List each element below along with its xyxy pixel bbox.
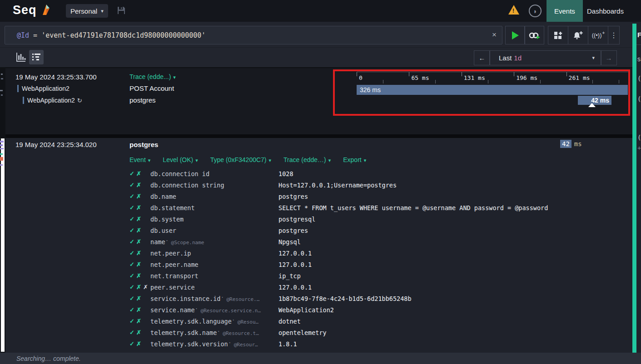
- property-name[interactable]: service.name: [150, 306, 195, 314]
- property-name[interactable]: db.connection_id: [150, 170, 209, 177]
- tab-dashboards[interactable]: Dashboards: [579, 0, 631, 22]
- more-options-icon[interactable]: ⋮: [608, 26, 619, 44]
- detail-menu[interactable]: Type (0xF34200C7)▾: [210, 156, 271, 163]
- property-name[interactable]: net.peer.name: [150, 261, 199, 268]
- property-name[interactable]: telemetry.sdk.language: [150, 318, 232, 325]
- timeline-tick: [566, 72, 567, 76]
- exclude-property-icon[interactable]: ✗: [136, 329, 143, 336]
- exclude-property-icon[interactable]: ✗: [136, 340, 143, 347]
- add-dashboard-button[interactable]: [548, 26, 568, 44]
- exclude-property-icon[interactable]: ✗: [136, 318, 143, 325]
- chevron-down-icon: ▾: [269, 157, 272, 163]
- include-property-icon[interactable]: ✓: [129, 295, 136, 302]
- property-name[interactable]: net.transport: [150, 272, 199, 280]
- time-range-select[interactable]: Last 1d ▾: [489, 50, 601, 65]
- range-prev-button[interactable]: ←: [474, 50, 490, 65]
- include-property-icon[interactable]: ✓: [129, 272, 136, 279]
- left-scrollbar[interactable]: [1, 138, 5, 352]
- property-name[interactable]: telemetry.sdk.name: [150, 329, 217, 336]
- strike-property-icon[interactable]: ✗: [143, 284, 150, 290]
- property-name[interactable]: db.connection_string: [150, 182, 224, 189]
- include-property-icon[interactable]: ✓: [129, 340, 136, 347]
- query-input[interactable]: @Id = 'event-ed47191e781708dc1d980000000…: [5, 26, 502, 44]
- timeline-minor-tick: [435, 80, 436, 84]
- property-value: SELECT * FROM t_users WHERE username = @…: [278, 204, 548, 212]
- exclude-property-icon[interactable]: ✗: [136, 238, 143, 245]
- include-property-icon[interactable]: ✓: [129, 261, 136, 268]
- timeline-bar-root[interactable]: 326 ms: [357, 85, 628, 95]
- include-property-icon[interactable]: ✓: [129, 227, 136, 234]
- include-property-icon[interactable]: ✓: [129, 170, 136, 177]
- exclude-property-icon[interactable]: ✗: [136, 261, 143, 268]
- include-property-icon[interactable]: ✓: [129, 238, 136, 245]
- panel-resize-divider[interactable]: [632, 24, 636, 353]
- include-property-icon[interactable]: ✓: [129, 284, 136, 290]
- tab-cutoff[interactable]: A: [635, 0, 641, 22]
- property-row: ✓ ✗ ✗ service.name·@Resource.service.n… …: [129, 304, 629, 315]
- exclude-property-icon[interactable]: ✗: [136, 170, 143, 177]
- seq-app-window: Seq Personal ▾ ! ◗ Events D: [0, 0, 641, 364]
- exclude-property-icon[interactable]: ✗: [136, 306, 143, 313]
- workspace-dropdown[interactable]: Personal ▾: [66, 4, 108, 18]
- detail-menu[interactable]: Export▾: [343, 156, 366, 163]
- exclude-property-icon[interactable]: ✗: [136, 182, 143, 188]
- property-name[interactable]: db.name: [150, 193, 176, 200]
- timeline-minor-tick: [488, 80, 488, 84]
- exclude-property-icon[interactable]: ✗: [136, 250, 143, 256]
- property-value: Npgsql: [278, 238, 301, 246]
- theme-toggle-icon[interactable]: ◗: [529, 5, 542, 17]
- event-subtitle[interactable]: postgres: [129, 96, 156, 104]
- trace-menu[interactable]: Trace (edde...)▾: [129, 73, 176, 80]
- detail-menu[interactable]: Trace (edde…)▾: [283, 156, 331, 163]
- property-name[interactable]: peer.service: [150, 284, 195, 291]
- include-property-icon[interactable]: ✓: [129, 204, 136, 211]
- property-name[interactable]: db.user: [150, 227, 176, 234]
- left-cutoff-strip: [0, 67, 5, 353]
- include-property-icon[interactable]: ✓: [129, 250, 136, 256]
- include-property-icon[interactable]: ✓: [129, 318, 136, 325]
- exclude-property-icon[interactable]: ✗: [136, 284, 143, 290]
- add-signal-button[interactable]: ((•))+: [588, 26, 608, 44]
- exclude-property-icon[interactable]: ✗: [136, 295, 143, 302]
- trace-view-toggle[interactable]: [29, 50, 44, 64]
- property-name[interactable]: service.instance.id: [150, 295, 220, 302]
- stream-button[interactable]: [524, 26, 544, 44]
- property-name[interactable]: db.system: [150, 216, 184, 223]
- seq-flame-icon: [42, 4, 50, 16]
- clear-query-icon[interactable]: ×: [492, 30, 497, 39]
- add-alert-button[interactable]: [568, 26, 588, 44]
- event-title[interactable]: POST Account: [129, 84, 174, 92]
- run-query-button[interactable]: [505, 26, 525, 44]
- exclude-property-icon[interactable]: ✗: [136, 193, 143, 200]
- include-property-icon[interactable]: ✓: [129, 216, 136, 222]
- include-property-icon[interactable]: ✓: [129, 182, 136, 188]
- warning-icon[interactable]: !: [508, 5, 519, 15]
- include-property-icon[interactable]: ✓: [129, 306, 136, 313]
- property-name[interactable]: name: [150, 238, 165, 246]
- histogram-view-icon[interactable]: [15, 52, 26, 63]
- timeline-tick: [357, 72, 357, 76]
- exclude-property-icon[interactable]: ✗: [136, 204, 143, 211]
- include-property-icon[interactable]: ✓: [129, 193, 136, 200]
- seq-logo[interactable]: Seq: [13, 3, 37, 17]
- property-name[interactable]: telemetry.sdk.version: [150, 340, 228, 348]
- exclude-property-icon[interactable]: ✗: [136, 272, 143, 279]
- exclude-property-icon[interactable]: ✗: [136, 216, 143, 222]
- event-detail-section: 19 May 2024 23:25:34.020 postgres 42ms E…: [0, 138, 632, 353]
- trace-span-row[interactable]: WebApplication2↻: [23, 97, 82, 104]
- detail-menu[interactable]: Level (OK)▾: [163, 156, 198, 163]
- property-value: dotnet: [278, 318, 301, 325]
- detail-menu[interactable]: Event▾: [129, 156, 150, 163]
- panel-fragment: (: [637, 95, 641, 103]
- save-icon[interactable]: [117, 6, 125, 15]
- range-next-button[interactable]: →: [601, 50, 617, 65]
- chevron-down-icon: ▾: [101, 8, 104, 14]
- exclude-property-icon[interactable]: ✗: [136, 227, 143, 234]
- property-annotation: @Resource.…: [226, 296, 259, 302]
- tab-events[interactable]: Events: [547, 0, 583, 22]
- trace-span-row[interactable]: WebApplication2: [17, 85, 70, 92]
- include-property-icon[interactable]: ✓: [129, 329, 136, 336]
- property-name[interactable]: net.peer.ip: [150, 250, 191, 257]
- timeline-minor-tick: [592, 80, 593, 84]
- property-name[interactable]: db.statement: [150, 204, 195, 212]
